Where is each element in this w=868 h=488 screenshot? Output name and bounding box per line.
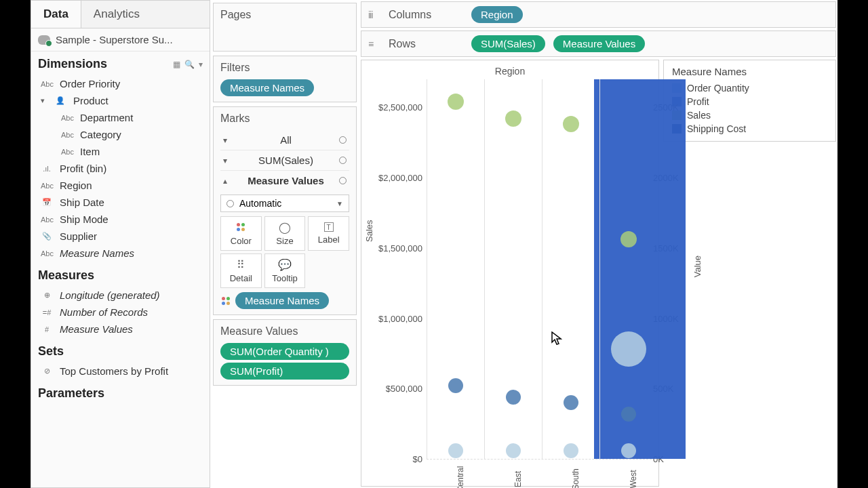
dimension-field[interactable]: AbcMeasure Names — [31, 245, 210, 262]
rows-pill-sum-sales[interactable]: SUM(Sales) — [471, 35, 545, 52]
menu-icon[interactable]: ▾ — [199, 60, 203, 69]
field-type-icon: Abc — [61, 131, 73, 139]
marks-layer-row[interactable]: ▴Measure Values — [220, 170, 349, 190]
mark-label-button[interactable]: T Label — [308, 216, 349, 251]
datasource-row[interactable]: Sample - Superstore Su... — [31, 28, 210, 52]
marks-layer-row[interactable]: ▾SUM(Sales) — [220, 150, 349, 170]
bar-overlay — [594, 79, 686, 459]
color-pill-measure-names[interactable]: Measure Names — [235, 292, 329, 309]
data-point[interactable] — [506, 443, 521, 458]
set-field[interactable]: ⊘Top Customers by Profit — [31, 363, 210, 380]
y-tick-label: $1,000,000 — [364, 313, 422, 323]
field-label: Top Customers by Profit — [60, 365, 168, 377]
dimension-field[interactable]: AbcItem — [31, 143, 210, 160]
y-tick-label: $2,000,000 — [364, 173, 422, 183]
data-point[interactable] — [621, 443, 636, 458]
mark-tooltip-label: Tooltip — [272, 273, 298, 283]
filters-shelf[interactable]: Filters Measure Names — [213, 56, 357, 102]
field-type-icon: =# — [41, 308, 53, 317]
measure-value-pill[interactable]: SUM(Order Quantity ) — [220, 343, 349, 360]
chart-title: Region — [364, 66, 656, 77]
mark-detail-button[interactable]: ⠿ Detail — [220, 253, 262, 288]
size-icon: ◯ — [279, 221, 291, 233]
filter-pill-measure-names[interactable]: Measure Names — [220, 79, 314, 96]
mark-color-button[interactable]: Color — [220, 216, 262, 251]
dimension-field[interactable]: AbcShip Mode — [31, 211, 210, 228]
legend-item[interactable]: Profit — [672, 95, 827, 108]
field-label: Product — [73, 95, 108, 106]
dimension-field[interactable]: .ıl.Profit (bin) — [31, 160, 210, 177]
mark-type-dropdown[interactable]: Automatic ▼ — [220, 195, 349, 212]
measure-field[interactable]: ⊕Longitude (generated) — [31, 287, 210, 304]
dimension-field[interactable]: ▾👤Product — [31, 92, 210, 109]
dimension-field[interactable]: AbcRegion — [31, 177, 210, 194]
field-type-icon: ⊕ — [41, 291, 53, 300]
measure-values-shelf[interactable]: Measure Values SUM(Order Quantity )SUM(P… — [213, 319, 357, 386]
sets-header: Sets — [31, 339, 210, 361]
legend-item[interactable]: Shipping Cost — [672, 122, 827, 136]
circle-icon — [339, 136, 347, 144]
pages-shelf[interactable]: Pages — [213, 3, 357, 52]
data-point[interactable] — [564, 443, 578, 458]
datasource-name: Sample - Superstore Su... — [56, 34, 173, 45]
field-type-icon: 👤 — [54, 96, 66, 105]
measure-field[interactable]: #Measure Values — [31, 321, 210, 338]
columns-pill-region[interactable]: Region — [471, 6, 523, 23]
tab-analytics[interactable]: Analytics — [81, 1, 210, 28]
circle-icon — [339, 157, 347, 164]
columns-shelf[interactable]: iii Columns Region — [361, 1, 836, 28]
measures-title: Measures — [38, 268, 203, 283]
dimension-field[interactable]: AbcDepartment — [31, 109, 210, 126]
field-label: Profit (bin) — [60, 163, 106, 174]
legend-label: Order Quantity — [687, 83, 749, 94]
dimensions-title: Dimensions — [38, 57, 173, 71]
mark-size-label: Size — [276, 236, 293, 246]
mark-size-button[interactable]: ◯ Size — [264, 216, 306, 251]
field-type-icon: Abc — [41, 80, 53, 88]
data-point[interactable] — [505, 110, 521, 127]
gridline — [599, 79, 600, 459]
marks-title: Marks — [220, 113, 349, 125]
chart-canvas[interactable]: Region Sales Value $0$500,000$1,000,000$… — [361, 60, 659, 487]
view-grid-icon[interactable]: ▦ — [173, 60, 180, 69]
field-type-icon: # — [41, 325, 53, 333]
data-point[interactable] — [448, 443, 463, 458]
measure-field[interactable]: =#Number of Records — [31, 304, 210, 321]
x-tick-label: East — [513, 471, 523, 487]
rows-shelf[interactable]: ≡ Rows SUM(Sales) Measure Values — [361, 30, 836, 57]
data-point[interactable] — [563, 116, 579, 132]
x-tick-label: West — [629, 470, 638, 488]
legend-box[interactable]: Measure Names Order QuantityProfitSalesS… — [663, 60, 836, 142]
columns-icon: iii — [368, 9, 380, 20]
dimension-field[interactable]: 📎Supplier — [31, 228, 210, 245]
pages-title: Pages — [220, 9, 349, 21]
dimension-field[interactable]: 📅Ship Date — [31, 194, 210, 211]
expand-icon: ▾ — [223, 156, 233, 165]
dimension-field[interactable]: AbcCategory — [31, 126, 210, 143]
measure-value-pill[interactable]: SUM(Profit) — [220, 363, 349, 380]
filters-title: Filters — [220, 62, 349, 74]
marks-layer-row[interactable]: ▾All — [220, 130, 349, 150]
legend-label: Shipping Cost — [687, 123, 746, 134]
field-type-icon: .ıl. — [41, 165, 53, 173]
field-label: Category — [80, 129, 121, 140]
field-type-icon: ⊘ — [41, 367, 53, 375]
data-point[interactable] — [621, 407, 636, 422]
color-dots-icon — [220, 296, 231, 306]
data-point[interactable] — [448, 378, 463, 393]
tab-data[interactable]: Data — [31, 1, 81, 28]
field-label: Region — [60, 180, 92, 191]
rows-pill-measure-values[interactable]: Measure Values — [553, 35, 645, 52]
data-point[interactable] — [564, 395, 578, 410]
legend-item[interactable]: Sales — [672, 108, 827, 122]
mark-tooltip-button[interactable]: 💬 Tooltip — [264, 253, 306, 288]
legend-item[interactable]: Order Quantity — [672, 81, 827, 95]
data-point[interactable] — [506, 390, 521, 405]
data-point[interactable] — [448, 94, 464, 110]
data-point[interactable] — [620, 231, 637, 247]
parameters-title: Parameters — [38, 386, 203, 401]
search-icon[interactable]: 🔍 — [184, 60, 195, 69]
data-point[interactable] — [611, 331, 646, 367]
mark-color-label: Color — [231, 236, 252, 246]
dimension-field[interactable]: AbcOrder Priority — [31, 75, 210, 92]
